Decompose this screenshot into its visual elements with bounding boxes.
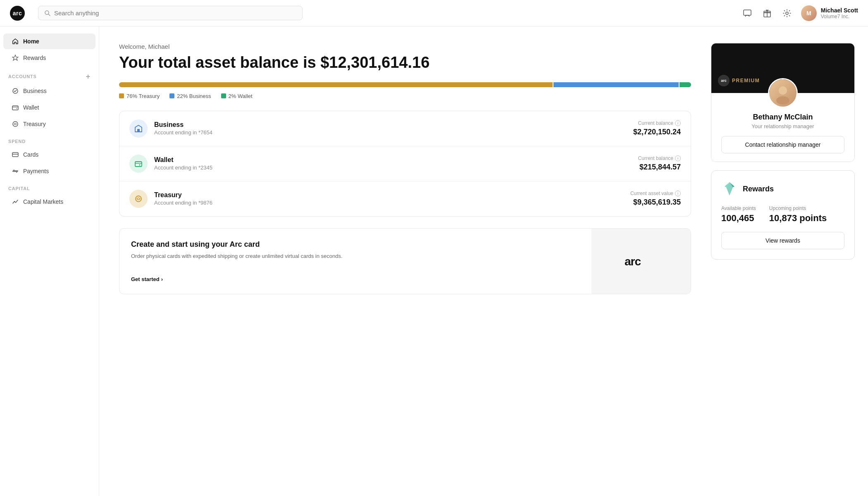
svg-point-20 [776,96,789,105]
wallet-segment [680,82,691,87]
asset-progress-bar [119,82,691,87]
get-started-link[interactable]: Get started › [131,276,580,282]
search-input[interactable] [54,10,296,17]
sidebar-item-payments[interactable]: Payments [3,163,95,179]
legend-treasury: 76% Treasury [119,93,160,99]
right-panel: arc PREMIUM [711,26,868,496]
wallet-info-icon[interactable]: i [675,155,681,161]
arc-card-title: Create and start using your Arc card [131,240,580,249]
business-info-icon[interactable]: i [675,120,681,126]
sidebar-item-cards[interactable]: Cards [3,147,95,162]
svg-point-21 [779,86,787,95]
treasury-account-info: Treasury Account ending in *9876 [154,191,624,206]
sidebar-item-home[interactable]: Home [3,33,95,49]
business-icon [12,87,19,95]
main-content: Welcome, Michael Your total asset balanc… [99,26,711,496]
premium-banner: arc PREMIUM [711,43,854,93]
gift-icon[interactable] [761,7,773,19]
svg-point-6 [786,12,788,14]
spend-section-label: Spend [0,132,99,146]
logo-text: arc [13,10,22,17]
avatar: M [801,5,817,21]
balance-amount: $12,301,614.16 [320,54,429,71]
upcoming-points-value: 10,873 points [769,213,827,224]
treasury-balance-label: Current asset value i [630,191,681,196]
wallet-balance-value: $215,844.57 [638,163,681,172]
wallet-account-info: Wallet Account ending in *2345 [154,156,632,171]
cards-icon [12,151,19,158]
sidebar-item-label: Capital Markets [23,198,63,205]
sidebar-item-wallet[interactable]: Wallet [3,100,95,115]
rm-name: Bethany McClain [721,113,844,122]
rewards-header: Rewards [721,181,844,197]
business-balance-label: Current balance i [633,120,681,126]
progress-legend: 76% Treasury 22% Business 2% Wallet [119,93,691,99]
home-icon [12,38,19,45]
sidebar-item-label: Payments [23,168,49,174]
sidebar-item-label: Wallet [23,104,39,111]
payments-icon [12,167,19,175]
contact-rm-button[interactable]: Contact relationship manager [721,136,844,153]
rewards-title: Rewards [743,185,774,193]
sidebar-item-business[interactable]: Business [3,83,95,99]
arc-card-left: Create and start using your Arc card Ord… [119,229,591,294]
balance-prefix: Your total asset balance is [119,54,320,71]
business-account-icon [129,119,148,138]
account-row-treasury[interactable]: Treasury Account ending in *9876 Current… [119,181,691,216]
legend-wallet: 2% Wallet [221,93,253,99]
account-row-business[interactable]: Business Account ending in *7654 Current… [119,111,691,146]
business-account-name: Business [154,121,627,129]
sidebar-item-capital-markets[interactable]: Capital Markets [3,194,95,210]
treasury-segment [119,82,553,87]
premium-card: arc PREMIUM [711,43,855,162]
svg-rect-15 [135,162,142,167]
sidebar: Home Rewards Accounts + Business [0,26,99,496]
business-dot [169,93,174,98]
available-points-label: Available points [721,205,756,211]
treasury-balance-value: $9,365,619.35 [630,198,681,207]
svg-point-10 [17,108,17,109]
business-account-balance: Current balance i $2,720,150.24 [633,120,681,136]
view-rewards-button[interactable]: View rewards [721,232,844,249]
available-points-value: 100,465 [721,213,756,224]
sidebar-item-treasury[interactable]: Treasury [3,116,95,132]
balance-heading: Your total asset balance is $12,301,614.… [119,53,691,72]
legend-business: 22% Business [169,93,211,99]
settings-icon[interactable] [781,7,793,19]
user-details: Michael Scott Volume7 Inc. [821,7,858,19]
user-company: Volume7 Inc. [821,14,858,19]
main-layout: Home Rewards Accounts + Business [0,26,868,496]
treasury-account-balance: Current asset value i $9,365,619.35 [630,191,681,207]
legend-wallet-label: 2% Wallet [229,93,253,99]
capital-markets-icon [12,198,19,205]
sidebar-item-rewards[interactable]: Rewards [3,50,95,66]
treasury-dot [119,93,124,98]
premium-logo-circle: arc [718,75,730,86]
rewards-diamond-icon [721,181,738,197]
svg-marker-7 [12,55,18,60]
user-menu[interactable]: M Michael Scott Volume7 Inc. [801,5,858,21]
get-started-label: Get started [131,276,160,282]
treasury-info-icon[interactable]: i [675,191,681,196]
treasury-icon [12,120,19,128]
wallet-account-sub: Account ending in *2345 [154,165,632,171]
wallet-icon [12,104,19,111]
treasury-account-icon [129,190,148,208]
search-bar[interactable] [38,6,303,20]
messages-icon[interactable] [742,7,753,19]
svg-point-11 [13,122,18,126]
search-icon [44,10,51,17]
wallet-balance-label: Current balance i [638,155,681,161]
business-account-info: Business Account ending in *7654 [154,121,627,136]
business-balance-value: $2,720,150.24 [633,128,681,136]
svg-line-1 [48,14,50,16]
topnav-right: M Michael Scott Volume7 Inc. [742,5,858,21]
arc-card-right: arc [591,229,691,294]
add-account-button[interactable]: + [86,73,91,80]
rewards-points-row: Available points 100,465 Upcoming points… [721,205,844,224]
app-logo[interactable]: arc [10,6,25,21]
account-row-wallet[interactable]: Wallet Account ending in *2345 Current b… [119,146,691,181]
svg-rect-9 [12,106,18,110]
sidebar-item-label: Home [23,38,39,45]
rm-avatar-placeholder [769,79,796,107]
